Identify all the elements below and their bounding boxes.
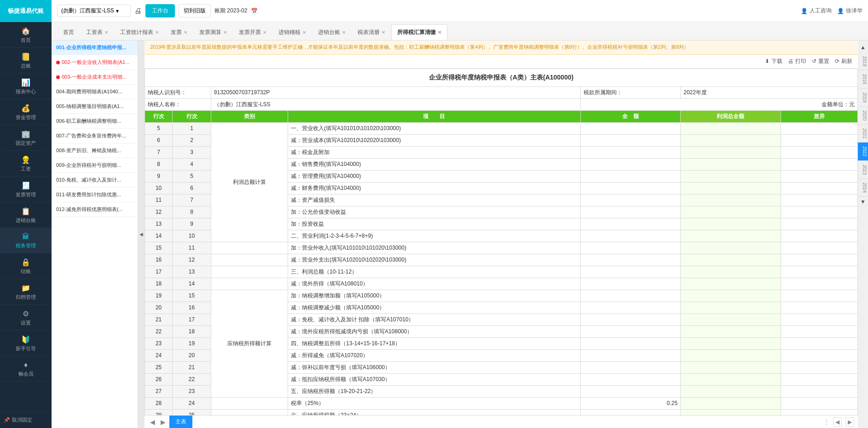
tab-invoice[interactable]: 发票 ✕ (165, 24, 193, 40)
tab-close-icon[interactable]: ✕ (263, 30, 266, 35)
sidebar-item-reports[interactable]: 📊 报表中心 (0, 74, 52, 99)
sidebar-item-label: 归档管理 (16, 294, 36, 301)
year-nav-2020[interactable]: 2020 (858, 107, 868, 125)
form-list-item-005[interactable]: 005-纳税调整项目明细表(A1... (52, 99, 138, 114)
sheet-nav-right-btn[interactable]: ▶ (845, 417, 854, 427)
form-list-label: 002-一般企业收入明细表(A1... (62, 59, 129, 66)
tab-income-tax[interactable]: 所得税汇算清缴 ✕ (391, 24, 447, 40)
download-btn[interactable]: ⬇ 下载 (765, 57, 782, 65)
sidebar-item-archive[interactable]: 📁 归档管理 (0, 279, 52, 305)
workspace-button[interactable]: 工作台 (145, 4, 175, 17)
row-num: 4 (173, 158, 211, 170)
profit-cell (681, 158, 781, 170)
tab-close-icon[interactable]: ✕ (302, 30, 306, 35)
tab-close-icon[interactable]: ✕ (184, 30, 187, 35)
sidebar-item-tax-mgmt[interactable]: 🏛 税务管理 (0, 228, 52, 253)
table-scroll-area[interactable]: 企业所得税年度纳税申报表（A类）主表(A100000) 纳税人识别号： 9132… (145, 68, 858, 415)
cancel-pin-btn[interactable]: 📌 取消固定 (0, 411, 52, 428)
sidebar-item-general-ledger[interactable]: 📒 总账 (0, 48, 52, 74)
sheet-nav-left-btn[interactable]: ◀ (833, 417, 842, 427)
form-list-item-006[interactable]: 006-职工薪酬纳税调整明细... (52, 114, 138, 129)
tab-invoice-open[interactable]: 发票开票 ✕ (233, 24, 272, 40)
amount-cell (580, 122, 680, 134)
form-list-item-003[interactable]: 003-一般企业成本支出明细... (52, 70, 138, 85)
sidebar-item-capital[interactable]: 💰 资金管理 (0, 99, 52, 125)
diff-cell (781, 290, 857, 302)
sales-icon: 📋 (21, 207, 30, 216)
form-list-panel: 001-企业所得税年度纳税申报... 002-一般企业收入明细表(A1... 0… (52, 40, 138, 428)
row-num: 11 (173, 242, 211, 254)
year-nav-2019[interactable]: 2019 (858, 52, 868, 70)
sidebar-item-sales-ledger[interactable]: 📋 进销台账 (0, 202, 52, 228)
row-index: 8 (145, 158, 173, 170)
amount-cell (580, 194, 680, 206)
collapse-panel-btn[interactable]: ◀ (138, 40, 145, 428)
tab-label: 税表清册 (358, 29, 380, 36)
form-list-item-002[interactable]: 002-一般企业收入明细表(A1... (52, 55, 138, 70)
sidebar-item-member[interactable]: ♦ 畅会员 (0, 356, 52, 382)
sidebar-item-label: 进销台账 (16, 217, 36, 224)
profit-cell (681, 170, 781, 182)
year-nav-2016[interactable]: 2016 (858, 70, 868, 88)
row-num: 17 (173, 314, 211, 325)
profit-cell (681, 397, 781, 409)
sidebar-item-fixed-assets[interactable]: 🏢 固定资产 (0, 125, 52, 151)
tab-home[interactable]: 首页 (57, 24, 80, 40)
diff-cell (781, 349, 857, 361)
form-list-item-009[interactable]: 009-企业所得税补亏损明细... (52, 158, 138, 173)
year-nav-up[interactable]: ▲ (858, 42, 868, 52)
sidebar-item-closing[interactable]: 🔒 结账 (0, 253, 52, 279)
archive-icon: 📁 (21, 284, 30, 292)
year-nav-down[interactable]: ▼ (858, 197, 868, 207)
tab-payroll[interactable]: 工资表 ✕ (80, 24, 114, 40)
tab-close-icon[interactable]: ✕ (438, 30, 441, 35)
row-num: 22 (173, 373, 211, 385)
user-btn[interactable]: 👤 徐泽华 (837, 7, 862, 15)
category-cell (211, 409, 288, 415)
tab-close-icon[interactable]: ✕ (223, 30, 227, 35)
switch-version-button[interactable]: 切到旧版 (179, 4, 211, 17)
sheet-tab-main[interactable]: 主表 (169, 416, 192, 428)
diff-cell (781, 337, 857, 349)
amount-cell (580, 385, 680, 397)
sheet-nav-next[interactable]: ▶ (159, 418, 168, 426)
tab-sales-audit[interactable]: 进销稽核 ✕ (272, 24, 312, 40)
year-nav-2018[interactable]: 2018 (858, 89, 868, 107)
item-cell: 六、应纳所得税额（23×24） (288, 409, 581, 415)
reset-btn[interactable]: ↺ 重置 (812, 57, 829, 65)
sheet-nav-prev[interactable]: ◀ (148, 418, 157, 426)
tab-close-icon[interactable]: ✕ (342, 30, 346, 35)
year-nav-2022[interactable]: 2022 (858, 143, 868, 160)
tab-close-icon[interactable]: ✕ (155, 30, 159, 35)
year-nav-2024[interactable]: 2024 (858, 179, 868, 197)
tab-close-icon[interactable]: ✕ (382, 30, 385, 35)
form-list-item-004[interactable]: 004-期间费用明细表(A1040... (52, 85, 138, 99)
form-list-item-007[interactable]: 007-广告费和业务宣传费跨年... (52, 129, 138, 143)
sidebar-item-payroll[interactable]: 👷 工资 (0, 151, 52, 177)
tab-tax-register[interactable]: 税表清册 ✕ (352, 24, 391, 40)
tab-invoice-calc[interactable]: 发票测算 ✕ (193, 24, 233, 40)
year-nav-2021[interactable]: 2021 (858, 125, 868, 143)
form-list-item-010[interactable]: 010-免税、减计收入及加计... (52, 173, 138, 188)
sidebar-item-home[interactable]: 🏠 首页 (0, 22, 52, 48)
tab-sales-ledger[interactable]: 进销台账 ✕ (312, 24, 352, 40)
print-btn[interactable]: 🖨 打印 (788, 57, 806, 65)
company-selector[interactable]: (勿删）江西服宝-LSS ▾ (57, 5, 131, 17)
diff-cell (781, 385, 857, 397)
sidebar-item-guide[interactable]: 🔰 新手引导 (0, 331, 52, 356)
sidebar-item-settings[interactable]: ⚙ 设置 (0, 305, 52, 331)
sidebar-item-invoice-mgmt[interactable]: 🧾 发票管理 (0, 177, 52, 202)
year-nav-2023[interactable]: 2023 (858, 161, 868, 179)
form-list-item-011[interactable]: 011-研发费用加计扣除优惠... (52, 188, 138, 202)
tab-payroll-stats[interactable]: 工资统计报表 ✕ (114, 24, 165, 40)
form-list-item-012[interactable]: 012-减免所得税优惠明细表(... (52, 202, 138, 217)
tab-close-icon[interactable]: ✕ (104, 30, 108, 35)
table-row: 29 25 六、应纳所得税额（23×24） (145, 409, 858, 415)
consultant-btn[interactable]: 👤 人工咨询 (801, 7, 832, 15)
table-row: 16 12 减：营业外支出(填写A102010\102020\103000) (145, 254, 858, 266)
form-list-item-001[interactable]: 001-企业所得税年度纳税申报... (52, 40, 138, 55)
refresh-btn[interactable]: ⟳ 刷新 (835, 57, 852, 65)
form-list-item-008[interactable]: 008-资产折旧、摊销及纳税... (52, 143, 138, 158)
warning-text: 2019年度涉及取以前年度延续数据的申报表单元格需要手工维护正确，才能保证本年及… (150, 44, 689, 50)
amount-cell (580, 158, 680, 170)
